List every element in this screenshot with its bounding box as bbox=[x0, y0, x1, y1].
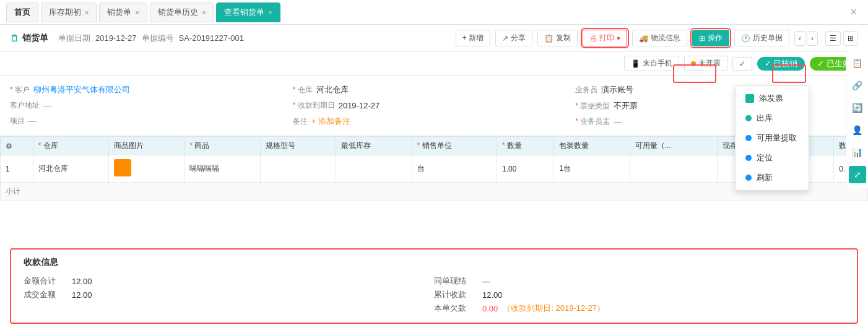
cumulative-value: 12.00 bbox=[482, 290, 503, 300]
sidebar-refresh-icon[interactable]: 🔄 bbox=[849, 99, 866, 116]
balance-label: 本单欠款 bbox=[434, 303, 477, 314]
new-button[interactable]: + 新增 bbox=[456, 30, 490, 46]
copy-icon: 📋 bbox=[544, 34, 553, 43]
tab-view-sales[interactable]: 查看销货单 × bbox=[216, 2, 280, 22]
tab-history[interactable]: 销货单历史 × bbox=[150, 2, 214, 22]
tab-inventory-label: 库存期初 bbox=[49, 7, 81, 18]
add-invoice-icon bbox=[745, 94, 754, 103]
sidebar-chart-icon[interactable]: 📊 bbox=[849, 144, 866, 161]
from-phone-button[interactable]: 📱 来自手机 bbox=[624, 56, 679, 71]
row-index: 1 bbox=[1, 155, 33, 183]
tab-view-sales-close[interactable]: × bbox=[268, 9, 272, 16]
check-icon: ✓ bbox=[739, 59, 745, 68]
col-img: 商品图片 bbox=[109, 137, 184, 155]
menu-locate[interactable]: 定位 bbox=[736, 148, 809, 168]
header-actions: + 新增 ↗ 分享 📋 复制 🖨 打印 ▾ 🚚 物流信息 bbox=[456, 30, 858, 46]
tab-inventory-close[interactable]: × bbox=[85, 9, 89, 16]
locate-label: 定位 bbox=[757, 152, 773, 163]
menu-add-invoice[interactable]: 添发票 bbox=[736, 89, 809, 108]
col-product: 商品 bbox=[184, 137, 260, 155]
menu-refresh[interactable]: 刷新 bbox=[736, 168, 809, 188]
print-label: 打印 bbox=[599, 33, 614, 43]
tab-sales-label: 销货单 bbox=[107, 7, 131, 18]
not-opened-button[interactable]: 未开票 bbox=[684, 56, 727, 71]
history-icon: 🕐 bbox=[741, 34, 750, 43]
cumulative-row: 累计收款 12.00 bbox=[434, 288, 844, 302]
not-opened-label: 未开票 bbox=[698, 58, 721, 69]
logistics-button[interactable]: 🚚 物流信息 bbox=[632, 30, 687, 46]
row-qty: 1.00 bbox=[497, 155, 554, 183]
history-button[interactable]: 🕐 历史单据 bbox=[734, 30, 789, 46]
warehouse-label: 仓库 bbox=[293, 85, 313, 95]
row-avail bbox=[630, 155, 717, 183]
sidebar-expand-icon[interactable]: ⤢ bbox=[849, 166, 866, 183]
tab-history-label: 销货单历史 bbox=[158, 7, 198, 18]
doc-meta: 单据日期 2019-12-27 单据编号 SA-20191227-001 bbox=[58, 33, 244, 44]
col-settings[interactable]: ⚙ bbox=[1, 137, 33, 155]
transaction-label: 成交金额 bbox=[24, 289, 67, 300]
window-close-button[interactable]: × bbox=[845, 6, 862, 19]
date-value: 2019-12-27 bbox=[95, 33, 137, 43]
date-label: 单据日期 bbox=[58, 33, 90, 44]
menu-outbound[interactable]: 出库 bbox=[736, 108, 809, 128]
col-qty: 数量 bbox=[497, 137, 554, 155]
cumulative-label: 累计收款 bbox=[434, 289, 477, 300]
menu-avail-extract[interactable]: 可用量提取 bbox=[736, 128, 809, 148]
row-spec bbox=[260, 155, 336, 183]
refresh-icon bbox=[745, 175, 752, 181]
tab-inventory[interactable]: 库存期初 × bbox=[41, 2, 97, 22]
sidebar-link-icon[interactable]: 🔗 bbox=[849, 77, 866, 94]
payment-title: 收款信息 bbox=[24, 257, 844, 268]
print-button[interactable]: 🖨 打印 ▾ bbox=[583, 30, 627, 46]
operate-icon: ⊞ bbox=[699, 34, 705, 43]
grid-view-button[interactable]: ⊞ bbox=[843, 31, 858, 46]
logistics-icon: 🚚 bbox=[639, 34, 648, 43]
tab-bar: 首页 库存期初 × 销货单 × 销货单历史 × 查看销货单 × × bbox=[0, 0, 868, 25]
share-button[interactable]: ↗ 分享 bbox=[495, 30, 532, 46]
transaction-row: 成交金额 12.00 bbox=[24, 288, 434, 302]
total-row: 金额合计 12.00 bbox=[24, 274, 434, 288]
sidebar-doc-icon[interactable]: 📋 bbox=[849, 54, 866, 72]
prev-button[interactable]: ‹ bbox=[794, 31, 805, 46]
address-row: 客户地址 — bbox=[10, 98, 293, 113]
warehouse-value: 河北仓库 bbox=[316, 84, 349, 95]
print-arrow: ▾ bbox=[617, 34, 620, 43]
list-view-button[interactable]: ☰ bbox=[825, 31, 841, 46]
add-invoice-label: 添发票 bbox=[759, 93, 783, 104]
locate-icon bbox=[745, 155, 752, 161]
col-unit: 销售单位 bbox=[412, 137, 497, 155]
confirmed-button[interactable]: ✓ 已核销 bbox=[757, 57, 805, 71]
project-value: — bbox=[28, 116, 37, 126]
doc-title: 🗒 销货单 bbox=[10, 33, 48, 44]
doc-icon: 🗒 bbox=[10, 33, 19, 43]
confirmed-label: ✓ 已核销 bbox=[765, 59, 798, 68]
tab-sales-close[interactable]: × bbox=[135, 9, 139, 16]
nav-arrows: ‹ › bbox=[794, 31, 818, 46]
staff2-row: 业务员盂 — bbox=[575, 114, 858, 129]
note-add-button[interactable]: + 添加备注 bbox=[311, 116, 350, 127]
col-min-stock: 最低库存 bbox=[336, 137, 412, 155]
row-min-stock bbox=[336, 155, 412, 183]
col-pkg-qty: 包装数量 bbox=[554, 137, 630, 155]
avail-extract-label: 可用量提取 bbox=[757, 132, 797, 144]
customer-row: 客户 柳州粤港平安气体有限公司 bbox=[10, 82, 293, 98]
history-label: 历史单据 bbox=[753, 33, 783, 43]
staff-row: 业务员 演示账号 bbox=[575, 82, 858, 98]
not-opened-dot bbox=[691, 61, 696, 66]
note-label: 备注 bbox=[293, 116, 308, 127]
copy-button[interactable]: 📋 复制 bbox=[537, 30, 578, 46]
row-pkg-qty: 1台 bbox=[554, 155, 630, 183]
tab-sales[interactable]: 销货单 × bbox=[99, 2, 147, 22]
sidebar-user-icon[interactable]: 👤 bbox=[849, 121, 866, 139]
staff-value: 演示账号 bbox=[601, 84, 633, 95]
next-button[interactable]: › bbox=[807, 31, 818, 46]
tab-home[interactable]: 首页 bbox=[6, 2, 38, 22]
customer-value[interactable]: 柳州粤港平安气体有限公司 bbox=[33, 84, 130, 95]
due-date-value: 2019-12-27 bbox=[339, 101, 380, 110]
col-warehouse: 仓库 bbox=[33, 137, 108, 155]
operate-button[interactable]: ⊞ 操作 bbox=[692, 30, 729, 46]
balance-value: 0.00 bbox=[482, 304, 498, 313]
avail-extract-icon bbox=[745, 135, 752, 141]
tab-history-close[interactable]: × bbox=[202, 9, 206, 16]
product-image bbox=[114, 159, 131, 176]
